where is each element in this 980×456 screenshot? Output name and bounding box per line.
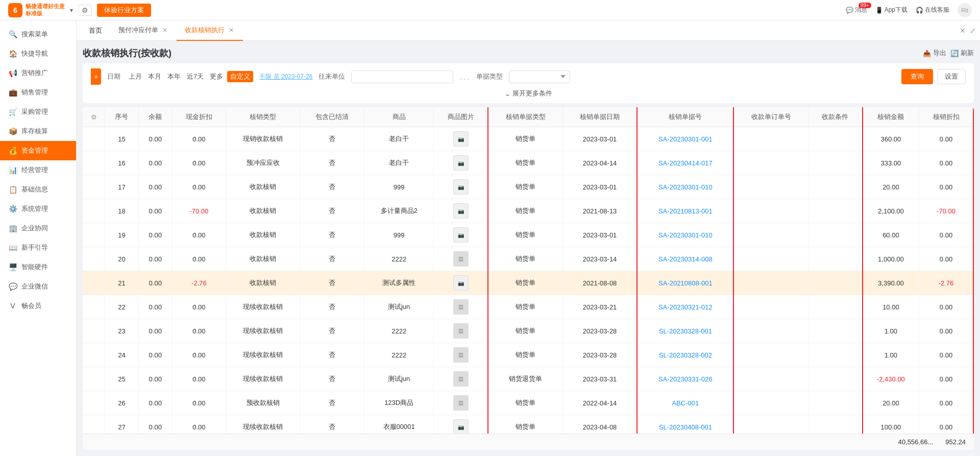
bill-no-link[interactable]: SA-20230331-026 <box>658 375 713 383</box>
voucher-type-select[interactable] <box>509 70 570 83</box>
cell-discount: 0.00 <box>919 151 973 175</box>
bill-no-link[interactable]: SA-20230321-012 <box>658 303 713 311</box>
bill-no-link[interactable]: ABC-001 <box>672 399 699 407</box>
online-service-button[interactable]: 🎧 在线客服 <box>916 6 949 14</box>
logo-line2: 标准版 <box>26 10 65 17</box>
th-settings[interactable]: ⚙ <box>83 107 105 127</box>
date-link-thismonth[interactable]: 本月 <box>146 71 163 82</box>
bill-no-link[interactable]: SL-20230408-001 <box>659 423 712 431</box>
cell-settings <box>83 415 105 434</box>
cell-cancel-type: 收款核销 <box>226 175 300 199</box>
export-button[interactable]: 📤 导出 <box>923 49 946 58</box>
cell-goods: 测试jun <box>364 367 434 391</box>
table-scroll[interactable]: ⚙ 序号 余额 现金折扣 核销类型 包含已结清 商品 商品图片 核销单据类型 核… <box>83 107 974 434</box>
app-download-button[interactable]: 📱 App下载 <box>875 6 908 14</box>
sidebar-item-quicknav[interactable]: 🏠 快捷导航 <box>0 44 76 63</box>
sidebar-item-enterprise[interactable]: 🏢 企业协同 <box>0 219 76 238</box>
cell-cash-discount: 0.00 <box>172 223 226 247</box>
user-avatar[interactable]: Rit <box>958 3 972 17</box>
cell-goods: 123D商品 <box>364 391 434 415</box>
cell-receipt-order <box>733 127 808 151</box>
bill-no-link[interactable]: SA-20230301-010 <box>658 183 713 191</box>
cell-balance: 0.00 <box>138 127 172 151</box>
tab-receipt-cancel[interactable]: 收款核销执行 ✕ <box>177 20 243 41</box>
goods-image: 🖼 <box>453 347 469 363</box>
cell-settings <box>83 367 105 391</box>
date-link-lastmonth[interactable]: 上月 <box>127 71 144 82</box>
tab-home[interactable]: 首页 <box>81 20 110 41</box>
bill-no-link[interactable]: SA-20210808-001 <box>658 279 713 287</box>
date-link-thisyear[interactable]: 本年 <box>165 71 183 82</box>
date-range-display[interactable]: 不限 至 2023-07-26 <box>259 73 312 81</box>
goods-image: 📷 <box>453 203 469 219</box>
sidebar-item-smarthw[interactable]: 🖥️ 智能硬件 <box>0 257 76 277</box>
cell-bill-type: 销货单 <box>488 247 562 271</box>
logo-dropdown-button[interactable]: ▾ <box>70 7 73 14</box>
message-button[interactable]: 💬 消息 99+ <box>846 6 867 14</box>
cell-goods: 2222 <box>364 343 434 367</box>
sidebar-item-finance[interactable]: 💰 资金管理 <box>0 141 76 160</box>
sidebar-item-guide[interactable]: 📖 新手引导 <box>0 238 76 257</box>
sidebar-item-label: 采购管理 <box>21 107 48 116</box>
bill-no-link[interactable]: SA-20230301-001 <box>658 135 713 143</box>
bill-no-link[interactable]: SL-20230328-002 <box>659 351 712 359</box>
sidebar-item-system[interactable]: ⚙️ 系统管理 <box>0 199 76 219</box>
cell-amount: 333.00 <box>863 151 919 175</box>
search-icon: 🔍 <box>8 30 17 39</box>
cell-discount: 0.00 <box>919 391 973 415</box>
bill-no-link[interactable]: SL-20230328-001 <box>659 327 712 335</box>
sidebar-item-wechat[interactable]: 💬 企业微信 <box>0 277 76 296</box>
sidebar-item-basicinfo[interactable]: 📋 基础信息 <box>0 180 76 199</box>
bill-no-link[interactable]: SA-20230314-008 <box>658 255 713 263</box>
app-download-label: App下载 <box>885 6 908 14</box>
bill-no-link[interactable]: SA-20230301-010 <box>658 231 713 239</box>
content-area: 收款核销执行(按收款) 📤 导出 🔄 刷新 » 日期 <box>77 41 980 456</box>
tab-close-window-button[interactable]: ✕ <box>960 27 966 35</box>
cell-goods: 测试jun <box>364 295 434 319</box>
date-link-custom[interactable]: 自定义 <box>227 71 253 82</box>
sidebar-item-label: 经营管理 <box>21 165 48 175</box>
cell-cash-discount: 0.00 <box>172 367 226 391</box>
filter-settings-button[interactable]: 设置 <box>937 69 966 84</box>
sidebar-item-purchase[interactable]: 🛒 采购管理 <box>0 102 76 122</box>
cell-goods-img: 🖼 <box>434 295 488 319</box>
bill-no-link[interactable]: SA-20230414-017 <box>658 159 713 167</box>
cell-cash-discount: 0.00 <box>172 319 226 343</box>
sidebar-item-marketing[interactable]: 📢 营销推广 <box>0 63 76 83</box>
refresh-button[interactable]: 🔄 刷新 <box>950 49 974 58</box>
th-amount: 核销金额 <box>863 107 919 127</box>
date-link-7days[interactable]: 近7天 <box>185 71 206 82</box>
sidebar-item-vip[interactable]: V 畅会员 <box>0 296 76 316</box>
sidebar-item-search[interactable]: 🔍 搜索菜单 <box>0 25 76 44</box>
industry-solution-button[interactable]: 休验行业方案 <box>97 4 151 17</box>
goods-image: 🖼 <box>453 323 469 339</box>
sidebar-item-operation[interactable]: 📊 经营管理 <box>0 160 76 180</box>
cell-bill-type: 销货单 <box>488 415 562 434</box>
expand-conditions-button[interactable]: ⌄ 展开更多条件 <box>505 89 552 98</box>
query-button[interactable]: 查询 <box>901 69 933 84</box>
message-badge: 99+ <box>859 3 871 8</box>
cell-receipt-order <box>733 247 808 271</box>
cell-settings <box>83 127 105 151</box>
cell-cash-discount: 0.00 <box>172 127 226 151</box>
tab-prepay[interactable]: 预付冲应付单 ✕ <box>110 20 177 41</box>
th-cancel-type: 核销类型 <box>226 107 300 127</box>
tab-maximize-button[interactable]: ⤢ <box>970 27 976 35</box>
bill-no-link[interactable]: SA-20210813-001 <box>658 207 713 215</box>
tab-prepay-close[interactable]: ✕ <box>161 27 168 34</box>
settings-gear-button[interactable]: ⚙ <box>78 5 92 16</box>
cell-goods-img: 📷 <box>434 127 488 151</box>
sidebar-item-sales[interactable]: 💼 销售管理 <box>0 83 76 102</box>
cell-receipt-cond <box>808 415 862 434</box>
cell-cash-discount: 0.00 <box>172 391 226 415</box>
sidebar-item-inventory[interactable]: 📦 库存核算 <box>0 122 76 141</box>
counterpart-input[interactable] <box>351 70 453 83</box>
filter-toggle-button[interactable]: » <box>91 68 101 85</box>
th-bill-date: 核销单据日期 <box>562 107 637 127</box>
message-icon: 💬 <box>846 7 853 14</box>
cell-amount: 3,390.00 <box>863 271 919 295</box>
date-link-more[interactable]: 更多 <box>208 71 225 82</box>
counterpart-dots[interactable]: ... <box>459 71 470 82</box>
tab-receipt-cancel-close[interactable]: ✕ <box>228 27 235 34</box>
cell-receipt-cond <box>808 343 862 367</box>
